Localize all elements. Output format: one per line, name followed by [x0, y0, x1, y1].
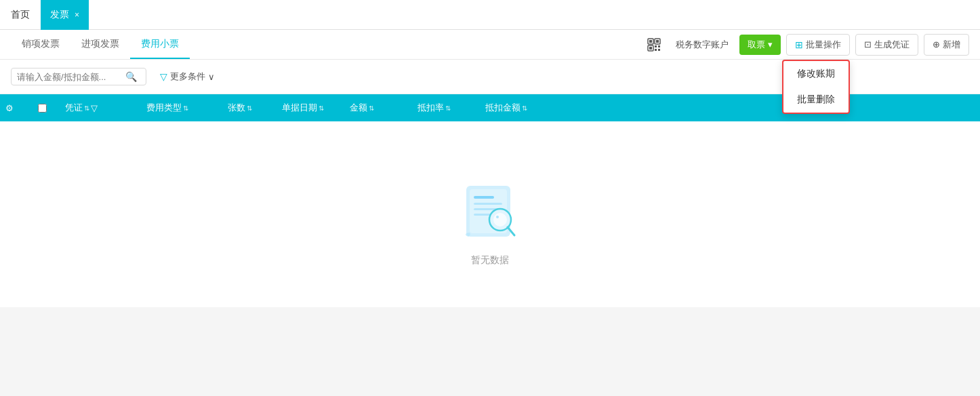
svg-rect-7	[658, 45, 660, 47]
empty-illustration	[449, 176, 531, 243]
home-tab[interactable]: 首页	[11, 9, 41, 21]
sort-icon-date[interactable]: ⇅	[319, 104, 324, 112]
qr-code-button[interactable]	[643, 34, 665, 56]
tab-sales-invoice[interactable]: 销项发票	[11, 30, 70, 59]
modify-period-item[interactable]: 修改账期	[783, 61, 849, 87]
sort-icon-amount[interactable]: ⇅	[369, 104, 374, 112]
svg-rect-5	[649, 47, 652, 50]
invoice-tab-label: 发票	[50, 9, 69, 21]
th-expense-type: 费用类型 ⇅	[141, 102, 222, 114]
search-icon[interactable]: 🔍	[125, 71, 137, 82]
take-invoice-arrow: ▾	[768, 39, 773, 50]
svg-rect-1	[649, 40, 652, 43]
th-count: 张数 ⇅	[222, 102, 277, 114]
batch-delete-item[interactable]: 批量删除	[783, 87, 849, 113]
filter-icon-voucher[interactable]: ▽	[91, 103, 98, 113]
search-input[interactable]	[17, 72, 125, 82]
more-filter-label: 更多条件	[170, 71, 205, 83]
th-settings[interactable]: ⚙	[0, 103, 33, 113]
svg-rect-6	[655, 45, 657, 47]
add-icon: ⊕	[933, 39, 940, 50]
svg-rect-3	[656, 40, 659, 43]
th-checkbox[interactable]	[33, 104, 60, 113]
svg-point-17	[493, 213, 507, 226]
empty-text: 暂无数据	[471, 254, 509, 266]
sub-tabs-left: 销项发票 进项发票 费用小票	[11, 30, 190, 59]
tax-digital-account-button[interactable]: 税务数字账户	[670, 39, 734, 51]
batch-op-label: 批量操作	[806, 39, 841, 51]
tab-expense-receipt[interactable]: 费用小票	[130, 30, 190, 59]
settings-icon: ⚙	[5, 103, 14, 113]
more-filter-button[interactable]: ▽ 更多条件 ∨	[155, 68, 220, 85]
batch-dropdown-menu: 修改账期 批量删除	[782, 60, 850, 114]
invoice-tab[interactable]: 发票 ×	[41, 0, 89, 30]
filter-icon: ▽	[160, 71, 167, 82]
sub-tabs-bar: 销项发票 进项发票 费用小票 税务数字账户 取票	[0, 30, 980, 60]
sort-icon-deduction-rate[interactable]: ⇅	[445, 104, 451, 112]
generate-voucher-icon: ⊡	[864, 39, 872, 50]
th-amount: 金额 ⇅	[344, 102, 412, 114]
more-filter-arrow: ∨	[208, 72, 215, 82]
table-wrap: ⚙ 凭证 ⇅ ▽ 费用类型 ⇅ 张数 ⇅ 单据日期 ⇅ 金额 ⇅ 抵扣率 ⇅	[0, 94, 980, 307]
add-button[interactable]: ⊕ 新增	[924, 34, 969, 56]
add-label: 新增	[943, 39, 960, 51]
svg-rect-12	[474, 196, 494, 199]
sub-tabs-right: 税务数字账户 取票 ▾ ⊞ 批量操作 修改账期 批量删除 ⊡ 生成凭证	[643, 34, 969, 56]
svg-point-19	[496, 216, 499, 218]
generate-voucher-button[interactable]: ⊡ 生成凭证	[855, 34, 918, 56]
th-deduction-amount: 抵扣金额 ⇅	[480, 102, 548, 114]
sort-icon-deduction-amount[interactable]: ⇅	[522, 104, 527, 112]
sort-icon-expense-type[interactable]: ⇅	[183, 104, 188, 112]
svg-rect-13	[474, 203, 502, 205]
take-invoice-button[interactable]: 取票 ▾	[739, 35, 781, 55]
th-deduction-rate: 抵扣率 ⇅	[412, 102, 480, 114]
th-voucher: 凭证 ⇅ ▽	[60, 102, 141, 114]
batch-op-wrap: ⊞ 批量操作 修改账期 批量删除	[786, 34, 850, 56]
batch-op-icon: ⊞	[795, 39, 803, 50]
sort-icon-count[interactable]: ⇅	[247, 104, 252, 112]
select-all-checkbox[interactable]	[38, 104, 47, 113]
generate-voucher-label: 生成凭证	[874, 39, 910, 51]
invoice-tab-close[interactable]: ×	[75, 10, 79, 20]
svg-rect-8	[655, 49, 657, 51]
batch-operation-button[interactable]: ⊞ 批量操作	[786, 34, 850, 56]
take-invoice-label: 取票	[748, 39, 765, 51]
sort-icon-voucher[interactable]: ⇅	[84, 104, 89, 112]
search-input-wrap: 🔍	[11, 68, 146, 85]
th-date: 单据日期 ⇅	[277, 102, 344, 114]
empty-state: 暂无数据	[0, 121, 980, 307]
svg-rect-9	[658, 49, 660, 51]
tab-purchase-invoice[interactable]: 进项发票	[70, 30, 130, 59]
top-nav: 首页 发票 ×	[0, 0, 980, 30]
